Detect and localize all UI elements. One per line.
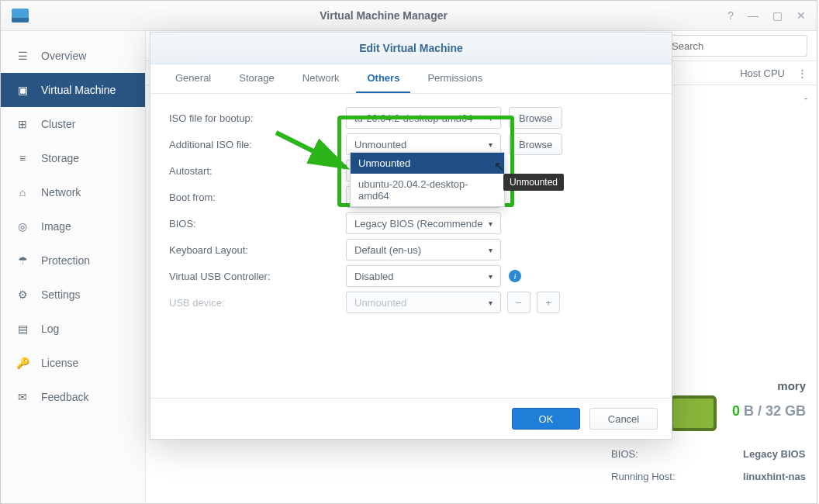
bg-bios-label: BIOS:: [611, 448, 743, 460]
close-icon[interactable]: ✕: [797, 9, 806, 22]
select-iso-bootup[interactable]: tu-20.04.2-desktop-amd64▾: [346, 107, 501, 129]
sidebar-item-label: Feedback: [41, 391, 88, 403]
sidebar: ☰Overview ▣Virtual Machine ⊞Cluster ≡Sto…: [1, 31, 146, 504]
select-value: Disabled: [354, 271, 394, 282]
label-iso-bootup: ISO file for bootup:: [169, 112, 346, 124]
sidebar-item-overview[interactable]: ☰Overview: [1, 39, 145, 73]
tooltip: Unmounted: [503, 174, 564, 191]
select-value: tu-20.04.2-desktop-amd64: [354, 112, 472, 124]
edit-vm-dialog: Edit Virtual Machine General Storage Net…: [150, 32, 672, 440]
memory-value: 0: [732, 403, 740, 419]
sidebar-item-cluster[interactable]: ⊞Cluster: [1, 107, 145, 141]
select-value: Default (en-us): [354, 244, 421, 256]
sidebar-item-feedback[interactable]: ✉Feedback: [1, 380, 145, 414]
chip-icon: [670, 395, 717, 431]
usb-remove-button: −: [507, 292, 530, 313]
maximize-icon[interactable]: ▢: [772, 9, 783, 22]
sidebar-item-label: License: [41, 357, 78, 369]
tab-storage[interactable]: Storage: [228, 64, 285, 93]
dropdown-item-unmounted[interactable]: Unmounted: [351, 153, 504, 174]
usb-add-button: +: [537, 292, 560, 313]
storage-icon: ≡: [15, 151, 30, 165]
sidebar-item-label: Log: [41, 323, 59, 335]
sidebar-item-virtual-machine[interactable]: ▣Virtual Machine: [1, 73, 145, 107]
select-value: Unmounted: [354, 297, 406, 309]
select-usb-device: Unmounted▾: [346, 292, 501, 313]
sidebar-item-label: Settings: [41, 288, 81, 301]
ok-button[interactable]: OK: [512, 408, 580, 430]
sidebar-item-label: Storage: [41, 152, 79, 164]
label-usb-controller: Virtual USB Controller:: [169, 271, 346, 282]
select-value: Unmounted: [354, 139, 406, 150]
dialog-form: ISO file for bootup: tu-20.04.2-desktop-…: [150, 94, 672, 320]
window-controls: ? — ▢ ✕: [727, 9, 806, 22]
sidebar-item-label: Image: [41, 220, 71, 233]
window-title: Virtual Machine Manager: [40, 9, 727, 22]
feedback-icon: ✉: [15, 390, 30, 404]
sidebar-item-log[interactable]: ▤Log: [1, 312, 145, 346]
column-menu-icon[interactable]: ⋮: [797, 67, 807, 79]
dropdown-item-ubuntu[interactable]: ubuntu-20.04.2-desktop-amd64: [351, 174, 504, 206]
label-boot-from: Boot from:: [169, 192, 346, 203]
sidebar-item-label: Virtual Machine: [41, 84, 116, 96]
bg-host-label: Running Host:: [611, 471, 743, 482]
sidebar-item-settings[interactable]: ⚙Settings: [1, 278, 145, 312]
label-additional-iso: Additional ISO file:: [169, 139, 346, 150]
col-host-cpu[interactable]: Host CPU: [740, 67, 785, 79]
cancel-button[interactable]: Cancel: [589, 408, 658, 430]
protection-icon: ☂: [15, 254, 30, 268]
network-icon: ⌂: [15, 185, 30, 199]
minimize-icon[interactable]: —: [748, 9, 759, 22]
vm-icon: ▣: [15, 83, 30, 97]
caret-down-icon: ▾: [489, 219, 492, 228]
caret-down-icon: ▾: [489, 140, 492, 149]
license-icon: 🔑: [15, 356, 30, 370]
dialog-title: Edit Virtual Machine: [150, 33, 672, 64]
bg-host-value: linuxhint-nas: [743, 471, 806, 482]
cursor-icon: ↖: [494, 159, 504, 174]
sidebar-item-network[interactable]: ⌂Network: [1, 175, 145, 209]
overview-icon: ☰: [15, 49, 30, 63]
search-input[interactable]: [670, 40, 800, 53]
label-keyboard-layout: Keyboard Layout:: [169, 244, 346, 256]
cluster-icon: ⊞: [15, 117, 30, 131]
sidebar-item-label: Overview: [41, 50, 86, 62]
log-icon: ▤: [15, 322, 30, 336]
select-usb-controller[interactable]: Disabled▾: [346, 265, 501, 287]
sidebar-item-storage[interactable]: ≡Storage: [1, 141, 145, 175]
sidebar-item-protection[interactable]: ☂Protection: [1, 243, 145, 278]
tab-general[interactable]: General: [164, 64, 222, 93]
select-bios[interactable]: Legacy BIOS (Recommende▾: [346, 212, 501, 234]
settings-icon: ⚙: [15, 288, 30, 302]
dialog-footer: OK Cancel: [150, 399, 672, 439]
tab-network[interactable]: Network: [292, 64, 351, 93]
caret-down-icon: ▾: [489, 299, 492, 307]
dialog-tabs: General Storage Network Others Permissio…: [150, 64, 672, 94]
sidebar-item-label: Cluster: [41, 118, 75, 130]
label-bios: BIOS:: [169, 218, 346, 230]
help-icon[interactable]: ?: [727, 9, 734, 22]
info-icon[interactable]: i: [509, 270, 521, 282]
tab-others[interactable]: Others: [356, 64, 410, 93]
browse-additional-iso[interactable]: Browse: [509, 133, 562, 155]
sidebar-item-label: Protection: [41, 254, 90, 267]
sidebar-item-label: Network: [41, 186, 81, 198]
titlebar: Virtual Machine Manager ? — ▢ ✕: [1, 1, 817, 31]
label-autostart: Autostart:: [169, 165, 346, 177]
select-value: Legacy BIOS (Recommende: [354, 218, 482, 230]
app-icon: [12, 9, 29, 22]
select-keyboard-layout[interactable]: Default (en-us)▾: [346, 239, 501, 261]
sidebar-item-image[interactable]: ◎Image: [1, 209, 145, 243]
bg-bios-value: Legacy BIOS: [743, 448, 805, 460]
caret-down-icon: ▾: [489, 246, 492, 254]
label-usb-device: USB device:: [169, 297, 346, 309]
caret-down-icon: ▾: [489, 114, 492, 123]
tab-permissions[interactable]: Permissions: [416, 64, 493, 93]
image-icon: ◎: [15, 219, 30, 233]
dropdown-menu: Unmounted ubuntu-20.04.2-desktop-amd64: [350, 152, 505, 207]
sidebar-item-license[interactable]: 🔑License: [1, 346, 145, 380]
memory-title: mory: [777, 379, 806, 392]
browse-iso-bootup[interactable]: Browse: [509, 107, 562, 129]
caret-down-icon: ▾: [489, 272, 492, 281]
